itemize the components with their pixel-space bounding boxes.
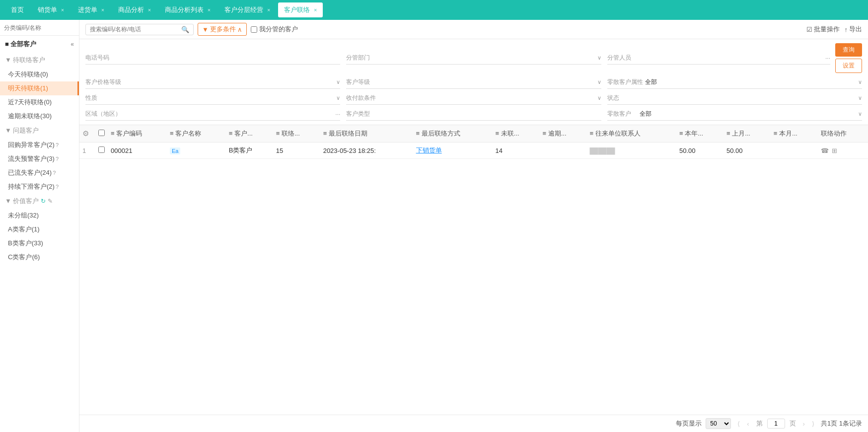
row-contact-count: 15 <box>273 143 320 159</box>
nav-tab-5[interactable]: 客户联络 × <box>278 2 323 17</box>
sidebar-all-customers[interactable]: ■ 全部客户 « <box>0 36 79 53</box>
filter-retail: 零散客户 全部 ∨ <box>607 108 862 121</box>
nav-tab-2[interactable]: 商品分析 × <box>112 2 157 17</box>
col-overdue[interactable]: ≡ 逾期... <box>540 125 587 143</box>
sidebar-item-ungrouped[interactable]: 未分组(32) <box>0 209 79 222</box>
row-select-checkbox[interactable] <box>98 146 105 153</box>
filter-more-btn[interactable]: ▼ 更多条件 ∧ <box>198 23 247 36</box>
prev-page-btn[interactable]: ‹ <box>744 419 751 429</box>
filter-action-buttons: 查询 设置 <box>835 43 862 73</box>
sidebar-item-7days[interactable]: 近7天待联络(0) <box>0 95 79 109</box>
close-tab-1-icon[interactable]: × <box>101 7 104 13</box>
page-number-input[interactable] <box>767 419 785 429</box>
info-icon-lost: ? <box>53 170 56 176</box>
filter-retail-attr-chevron-icon[interactable]: ∨ <box>858 79 862 85</box>
nav-tab-1[interactable]: 进货单 × <box>72 2 110 17</box>
last-method-link[interactable]: 下销货单 <box>416 146 442 154</box>
section-pending-contact[interactable]: ▼ 待联络客户 <box>0 53 79 68</box>
close-tab-3-icon[interactable]: × <box>208 7 211 13</box>
settings-button[interactable]: 设置 <box>835 59 862 73</box>
row-type: B类客户 <box>226 143 273 159</box>
sidebar-collapse-icon[interactable]: « <box>71 41 74 48</box>
col-this-year[interactable]: ≡ 本年... <box>676 125 723 143</box>
filter-retail-attr-value: 全部 <box>645 78 858 86</box>
filter-price-level: 客户价格等级 ∨ <box>85 76 340 89</box>
query-button[interactable]: 查询 <box>835 43 862 57</box>
action-phone-icon[interactable]: ☎ <box>821 147 829 154</box>
customer-name-tag[interactable]: Ea <box>170 147 180 154</box>
sidebar-item-warning[interactable]: 流失预警客户(3) ? <box>0 152 79 166</box>
sidebar-item-tomorrow[interactable]: 明天待联络(1) <box>0 81 79 95</box>
page-label: 第 <box>754 418 765 429</box>
col-contact-count[interactable]: ≡ 联络... <box>273 125 320 143</box>
filter-region: 区域（地区） ··· <box>85 108 340 121</box>
filter-row-2: 客户价格等级 ∨ 客户等级 ∨ 零散客户属性 全部 ∨ <box>85 76 862 89</box>
value-customers-refresh-icon[interactable]: ↻ <box>41 198 46 205</box>
sidebar-item-c-class[interactable]: C类客户(6) <box>0 250 79 264</box>
col-last-month[interactable]: ≡ 上月... <box>723 125 771 143</box>
nav-tab-0[interactable]: 销货单 × <box>32 2 70 17</box>
sidebar-search-input[interactable] <box>4 24 78 31</box>
first-page-btn[interactable]: ⟨ <box>735 419 742 429</box>
filter-payment: 收付款条件 ∨ <box>346 92 601 105</box>
filter-price-level-chevron-icon[interactable]: ∨ <box>336 79 340 85</box>
sidebar-item-abnormal[interactable]: 回购异常客户(2) ? <box>0 138 79 152</box>
table-row: 1 000021 Ea B类客户 15 2023-05-23 18:25: 下销… <box>79 143 868 159</box>
col-contact-person[interactable]: ≡ 往来单位联系人 <box>586 125 676 143</box>
nav-home[interactable]: 首页 <box>5 2 30 17</box>
col-unlinked[interactable]: ≡ 未联... <box>493 125 540 143</box>
my-customers-checkbox[interactable] <box>251 26 257 33</box>
col-last-method[interactable]: ≡ 最后联络方式 <box>413 125 493 143</box>
col-type[interactable]: ≡ 客户... <box>226 125 273 143</box>
filter-region-dots-icon[interactable]: ··· <box>335 111 340 118</box>
filter-status-chevron-icon[interactable]: ∨ <box>858 95 862 101</box>
filter-nature: 性质 ∨ <box>85 92 340 105</box>
sidebar-item-declining[interactable]: 持续下滑客户(2) ? <box>0 180 79 194</box>
sidebar-item-lost[interactable]: 已流失客户(24) ? <box>0 166 79 180</box>
filter-manager-dots-icon[interactable]: ··· <box>825 55 830 62</box>
filter-dept: 分管部门 ∨ <box>346 52 601 65</box>
per-page-select[interactable]: 50 100 200 <box>706 418 731 429</box>
sidebar-item-today[interactable]: 今天待联络(0) <box>0 68 79 81</box>
section-value-customers[interactable]: ▼ 价值客户 ↻ ✎ <box>0 194 79 209</box>
nav-tab-3[interactable]: 商品分析列表 × <box>159 2 217 17</box>
col-this-month[interactable]: ≡ 本月... <box>771 125 818 143</box>
sidebar-item-a-class[interactable]: A类客户(1) <box>0 222 79 236</box>
sidebar-item-overdue[interactable]: 逾期未联络(30) <box>0 109 79 123</box>
nav-tab-4[interactable]: 客户分层经营 × <box>218 2 276 17</box>
close-tab-5-icon[interactable]: × <box>314 7 317 13</box>
col-select-all[interactable] <box>95 125 108 143</box>
column-settings-gear-icon[interactable]: ⚙ <box>82 129 89 138</box>
export-btn[interactable]: ↑ 导出 <box>845 25 863 34</box>
filter-nature-chevron-icon[interactable]: ∨ <box>336 95 340 101</box>
my-customers-checkbox-label[interactable]: 我分管的客户 <box>251 25 298 34</box>
filter-dept-chevron-icon[interactable]: ∨ <box>597 55 601 61</box>
filter-retail-chevron-icon[interactable]: ∨ <box>858 111 862 117</box>
next-page-btn[interactable]: › <box>800 419 807 429</box>
filter-status-label: 状态 <box>607 94 640 102</box>
col-gear[interactable]: ⚙ <box>79 125 95 143</box>
col-last-date[interactable]: ≡ 最后联络日期 <box>320 125 413 143</box>
main-search-input[interactable] <box>90 26 179 33</box>
filter-nature-label: 性质 <box>85 94 118 102</box>
batch-op-btn[interactable]: ☑ 批量操作 <box>806 25 840 34</box>
table-body: 1 000021 Ea B类客户 15 2023-05-23 18:25: 下销… <box>79 143 868 159</box>
value-customers-edit-icon[interactable]: ✎ <box>48 198 53 205</box>
action-more-icon[interactable]: ⊞ <box>832 147 837 154</box>
filter-payment-chevron-icon[interactable]: ∨ <box>597 95 601 101</box>
filter-customer-level-chevron-icon[interactable]: ∨ <box>597 79 601 85</box>
close-tab-4-icon[interactable]: × <box>267 7 270 13</box>
col-code[interactable]: ≡ 客户编码 <box>108 125 167 143</box>
last-page-btn[interactable]: ⟩ <box>809 419 817 429</box>
filter-manager-row: 分管人员 ··· 查询 设置 <box>607 43 862 73</box>
close-tab-2-icon[interactable]: × <box>148 7 151 13</box>
close-tab-0-icon[interactable]: × <box>61 7 64 13</box>
col-name[interactable]: ≡ 客户名称 <box>167 125 226 143</box>
select-all-checkbox[interactable] <box>98 130 105 136</box>
main-search-icon[interactable]: 🔍 <box>181 26 189 33</box>
section-problem-customers[interactable]: ▼ 问题客户 <box>0 123 79 138</box>
main-content: 🔍 ▼ 更多条件 ∧ 我分管的客户 ☑ 批量操作 ↑ 导出 <box>79 20 868 432</box>
sidebar-item-b-class[interactable]: B类客户(33) <box>0 236 79 250</box>
filter-region-label: 区域（地区） <box>85 110 121 118</box>
row-last-month: 50.00 <box>723 143 771 159</box>
